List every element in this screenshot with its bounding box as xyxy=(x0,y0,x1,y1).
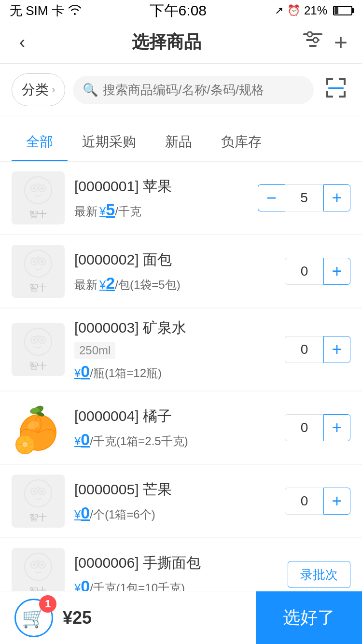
product-name-0000003: [0000003] 矿泉水 xyxy=(74,318,275,338)
product-price-0000003: ¥ 0 /瓶(1箱=12瓶) xyxy=(74,362,275,381)
svg-rect-13 xyxy=(328,87,344,89)
product-thumb-0000003: 智十 xyxy=(12,323,65,376)
qty-minus-0000001[interactable]: − xyxy=(258,184,285,211)
qty-control-0000004: + xyxy=(285,414,350,441)
battery-icon xyxy=(333,6,352,15)
qty-plus-0000004[interactable]: + xyxy=(323,414,350,441)
qty-control-0000003: + xyxy=(285,336,350,363)
placeholder-image: 智十 xyxy=(24,479,53,523)
svg-point-3 xyxy=(307,32,312,37)
svg-point-46 xyxy=(33,563,36,566)
nav-bar: ‹ 选择商品 + xyxy=(0,21,362,64)
svg-point-36 xyxy=(23,442,28,447)
batch-button-0000006[interactable]: 录批次 xyxy=(288,561,350,588)
alarm-icon: ⏰ xyxy=(287,4,300,17)
qty-input-0000002[interactable] xyxy=(285,258,323,285)
svg-point-17 xyxy=(33,187,36,190)
svg-rect-10 xyxy=(326,91,328,98)
cart-button[interactable]: 1 🛒 xyxy=(14,599,53,637)
status-bar: 无 SIM 卡 下午6:08 ↗ ⏰ 21% xyxy=(0,0,362,21)
tab-recent[interactable]: 近期采购 xyxy=(68,126,151,161)
product-info-0000002: [0000002] 面包 最新 ¥ 2 /包(1袋=5包) xyxy=(74,250,275,293)
search-box-container: 🔍 xyxy=(73,76,314,104)
svg-point-23 xyxy=(41,260,43,263)
product-price-0000004: ¥ 0 /千克(1箱=2.5千克) xyxy=(74,430,275,449)
qty-control-0000005: + xyxy=(285,488,350,515)
product-price-0000002: 最新 ¥ 2 /包(1袋=5包) xyxy=(74,274,275,293)
search-icon: 🔍 xyxy=(83,83,98,98)
svg-point-14 xyxy=(25,177,52,204)
product-thumb-0000004 xyxy=(12,401,65,454)
svg-point-28 xyxy=(41,338,43,341)
qty-plus-0000002[interactable]: + xyxy=(323,258,350,285)
product-item-0000003: 智十 [0000003] 矿泉水 250ml ¥ 0 /瓶(1箱=12瓶) + xyxy=(0,308,362,391)
qty-plus-0000001[interactable]: + xyxy=(323,184,350,211)
time-display: 下午6:08 xyxy=(150,1,207,21)
confirm-button[interactable]: 选好了 xyxy=(256,591,362,644)
qty-control-0000001: − + xyxy=(258,184,350,211)
status-right: ↗ ⏰ 21% xyxy=(275,4,352,17)
svg-point-42 xyxy=(41,490,43,493)
svg-point-19 xyxy=(25,250,52,277)
qty-input-0000003[interactable] xyxy=(285,336,323,363)
product-spec-0000003: 250ml xyxy=(74,342,115,359)
svg-point-22 xyxy=(33,260,36,263)
status-left: 无 SIM 卡 xyxy=(10,2,82,19)
wifi-icon xyxy=(68,3,82,18)
product-thumb-0000005: 智十 xyxy=(12,475,65,528)
svg-point-4 xyxy=(313,38,318,42)
qty-input-0000005[interactable] xyxy=(285,488,323,515)
product-name-0000001: [0000001] 苹果 xyxy=(74,177,248,196)
nav-right-actions: + xyxy=(303,29,348,56)
qty-control-0000002: + xyxy=(285,258,350,285)
placeholder-image: 智十 xyxy=(24,176,53,220)
add-button[interactable]: + xyxy=(334,29,348,56)
product-name-0000004: [0000004] 橘子 xyxy=(74,406,275,426)
product-item-0000001: 智十 [0000001] 苹果 最新 ¥ 5 /千克 − + xyxy=(0,162,362,234)
search-input[interactable] xyxy=(103,83,304,98)
total-price: ¥25 xyxy=(63,608,92,628)
qty-input-0000001[interactable] xyxy=(285,184,323,211)
search-area: 分类 › 🔍 xyxy=(0,64,362,116)
product-price-0000001: 最新 ¥ 5 /千克 xyxy=(74,200,248,219)
product-price-0000005: ¥ 0 /个(1箱=6个) xyxy=(74,504,275,522)
product-name-0000005: [0000005] 芒果 xyxy=(74,480,275,500)
cart-area: 1 🛒 ¥25 xyxy=(14,599,92,637)
placeholder-image: 智十 xyxy=(24,327,53,372)
product-item-0000002: 智十 [0000002] 面包 最新 ¥ 2 /包(1袋=5包) + xyxy=(0,235,362,308)
chevron-right-icon: › xyxy=(52,84,55,96)
tab-all[interactable]: 全部 xyxy=(12,126,68,161)
filter-button[interactable] xyxy=(303,31,322,53)
svg-rect-6 xyxy=(326,78,328,85)
category-button[interactable]: 分类 › xyxy=(12,73,65,106)
tangerine-image xyxy=(12,401,65,454)
svg-rect-2 xyxy=(309,45,317,47)
cart-badge: 1 xyxy=(39,595,56,613)
qty-plus-0000003[interactable]: + xyxy=(323,336,350,363)
back-button[interactable]: ‹ xyxy=(14,28,30,57)
qty-plus-0000005[interactable]: + xyxy=(323,488,350,515)
product-info-0000006: [0000006] 手撕面包 ¥ 0 /千克(1包=10千克) xyxy=(74,553,278,596)
tab-bar: 全部 近期采购 新品 负库存 xyxy=(0,116,362,162)
product-list: 智十 [0000001] 苹果 最新 ¥ 5 /千克 − + xyxy=(0,162,362,644)
svg-point-24 xyxy=(25,328,52,355)
product-info-0000005: [0000005] 芒果 ¥ 0 /个(1箱=6个) xyxy=(74,480,275,522)
svg-rect-8 xyxy=(344,78,346,85)
product-thumb-0000002: 智十 xyxy=(12,245,65,298)
scan-button[interactable] xyxy=(321,75,350,105)
product-info-0000001: [0000001] 苹果 最新 ¥ 5 /千克 xyxy=(74,177,248,219)
svg-point-47 xyxy=(41,563,43,566)
product-thumb-0000001: 智十 xyxy=(12,171,65,224)
product-item-0000004: [0000004] 橘子 ¥ 0 /千克(1箱=2.5千克) + xyxy=(0,392,362,464)
product-name-0000002: [0000002] 面包 xyxy=(74,250,275,270)
tab-negative[interactable]: 负库存 xyxy=(207,126,276,161)
svg-point-27 xyxy=(33,338,36,341)
svg-point-38 xyxy=(25,480,52,507)
svg-point-41 xyxy=(33,490,36,493)
battery-percent: 21% xyxy=(304,4,327,17)
qty-input-0000004[interactable] xyxy=(285,414,323,441)
carrier-text: 无 SIM 卡 xyxy=(10,2,64,19)
product-item-0000005: 智十 [0000005] 芒果 ¥ 0 /个(1箱=6个) + xyxy=(0,465,362,537)
bottom-bar: 1 🛒 ¥25 选好了 xyxy=(0,591,362,644)
tab-new[interactable]: 新品 xyxy=(151,126,207,161)
